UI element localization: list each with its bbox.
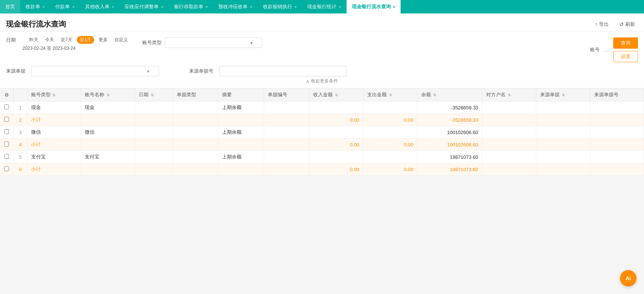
nav-receipt-exec[interactable]: 收款核销执行 × [258,0,302,13]
cell-balance: -3528659.33 [417,114,482,126]
account-type-label: 账号类型 [142,39,162,46]
cell-source-voucher-no [590,114,644,126]
cell-account-type: 小计 [27,114,81,126]
query-button[interactable]: 查询 [613,37,638,49]
row-checkbox[interactable] [0,101,14,114]
nav-cash-bank-stat[interactable]: 现金银行统计 × [302,0,346,13]
refresh-button[interactable]: ↺ 刷新 [616,19,638,29]
sort-icon: ⇅ [107,93,110,97]
cell-voucher-no [264,114,309,126]
cell-summary: 上期余额 [218,101,264,114]
col-counterpart[interactable]: 对方户名 ⇅ [482,88,536,101]
col-expense[interactable]: 支出金额 ⇅ [363,88,417,101]
table-row: 2 小计 0.00 0.00 -3528659.33 [0,114,644,126]
export-button[interactable]: ↑ 导出 [592,19,612,29]
export-icon: ↑ [595,21,597,27]
close-icon[interactable]: × [72,0,74,13]
row-checkbox[interactable] [0,151,14,163]
account-label: 账号 [590,46,600,53]
row-number: 2 [14,114,27,126]
cell-voucher-type [173,139,218,151]
col-account-name[interactable]: 账号名称 ⇅ [81,88,135,101]
cell-income: 0.00 [309,139,363,151]
row-checkbox[interactable] [0,126,14,139]
source-voucher-no-input[interactable] [219,66,347,76]
cell-source-voucher-no [590,101,644,114]
col-summary: 摘要 [218,88,264,101]
chevron-down-icon: ▾ [250,40,253,46]
account-ellipsis[interactable]: ... [603,47,610,53]
page-header: 现金银行流水查询 ↑ 导出 ↺ 刷新 [0,13,644,31]
collapse-bar[interactable]: ∧ 收起更多条件 [6,76,638,85]
close-icon[interactable]: × [339,0,341,13]
col-num [14,88,27,101]
cell-summary [218,139,264,151]
cell-voucher-no [264,126,309,139]
cell-account-name: 微信 [81,126,135,139]
col-account-type[interactable]: 账号类型 ⇅ [27,88,81,101]
cell-source-voucher [536,114,590,126]
cell-source-voucher [536,126,590,139]
date-btn-1month[interactable]: 近1月 [77,36,95,44]
sort-icon: ⇅ [151,93,154,97]
account-type-select[interactable]: ▾ [165,37,262,48]
sort-icon: ⇅ [562,93,565,97]
col-source-voucher[interactable]: 来源单据 ⇅ [536,88,590,101]
col-income[interactable]: 收入金额 ⇅ [309,88,363,101]
row-number: 5 [14,151,27,163]
date-btn-custom[interactable]: 自定义 [112,36,130,44]
page-title: 现金银行流水查询 [6,19,66,29]
close-icon[interactable]: × [161,0,163,13]
nav-home[interactable]: 首页 [0,0,20,13]
close-icon[interactable]: × [294,0,297,13]
cell-voucher-no [264,139,309,151]
cell-voucher-no [264,101,309,114]
close-icon[interactable]: × [250,0,252,13]
row-checkbox[interactable] [0,114,14,126]
settings-button[interactable]: 设置 [613,51,638,62]
cell-source-voucher [536,139,590,151]
date-btn-yesterday[interactable]: 昨天 [27,36,41,44]
table-row: 6 小计 0.00 0.00 19871073.60 [0,163,644,176]
sort-icon: ⇅ [389,93,392,97]
cell-account-name: 支付宝 [81,151,135,163]
cell-source-voucher [536,151,590,163]
cell-voucher-no [264,151,309,163]
date-label: 日期 [6,37,21,43]
nav-ar-ap-adjust[interactable]: 应收应付调整单 × [119,0,168,13]
nav-cash-bank-flow[interactable]: 现金银行流水查询 × [347,0,401,13]
close-icon[interactable]: × [112,0,114,13]
close-icon[interactable]: × [42,0,45,13]
nav-payment[interactable]: 付款单 × [50,0,80,13]
cell-account-type: 现金 [27,101,81,114]
filter-area: 日期 昨天 今天 近7天 近1月 更多 自定义 2023-02-24 至 202… [0,31,644,88]
source-voucher-select[interactable]: ▾ [32,66,159,76]
close-icon[interactable]: × [206,0,208,13]
date-btn-7days[interactable]: 近7天 [59,36,75,44]
cell-date [135,139,173,151]
cell-balance: 19871073.60 [417,163,482,176]
nav-prepay-offset[interactable]: 预收冲应收单 × [213,0,257,13]
nav-bank-deposit[interactable]: 银行存取款单 × [169,0,213,13]
cell-voucher-type [173,114,218,126]
cell-account-name [81,114,135,126]
col-balance[interactable]: 余额 ⇅ [417,88,482,101]
date-btn-today[interactable]: 今天 [43,36,56,44]
col-date[interactable]: 日期 ⇅ [135,88,173,101]
row-checkbox[interactable] [0,163,14,176]
nav-other-income[interactable]: 其他收入单 × [80,0,119,13]
cell-counterpart [482,114,536,126]
cell-date [135,101,173,114]
cell-expense: 0.00 [363,163,417,176]
date-btn-more[interactable]: 更多 [96,36,110,44]
col-settings[interactable]: ⚙ [0,88,14,101]
data-table: ⚙ 账号类型 ⇅ 账号名称 ⇅ 日期 ⇅ 单据类型 摘要 [0,88,644,176]
close-icon[interactable]: × [393,0,395,13]
cell-date [135,114,173,126]
cell-voucher-type [173,151,218,163]
cell-income: 0.00 [309,114,363,126]
nav-receipt[interactable]: 收款单 × [20,0,50,13]
cell-voucher-type [173,126,218,139]
cell-account-name [81,139,135,151]
row-checkbox[interactable] [0,139,14,151]
